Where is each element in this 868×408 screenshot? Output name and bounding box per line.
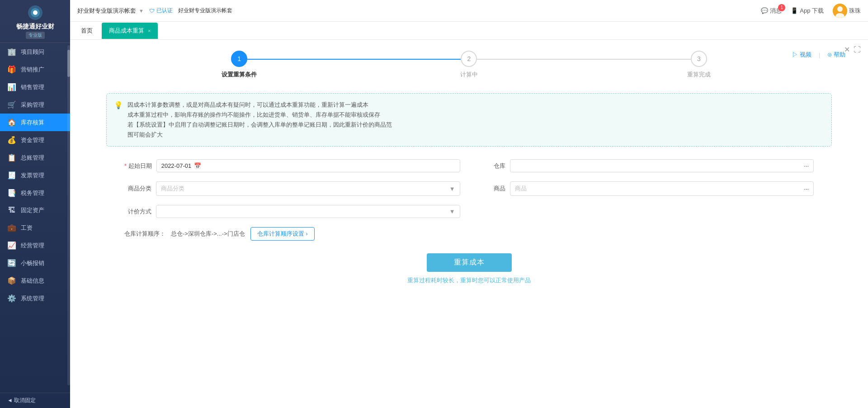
shield-icon: 🛡: [149, 8, 155, 14]
tab-close-icon[interactable]: ×: [148, 28, 151, 33]
price-mode-select[interactable]: ▼: [156, 205, 460, 218]
user-avatar[interactable]: 珠珠: [833, 4, 861, 18]
info-line-1: 因成本计算参数调整，或是对商品成本有疑问时，可以通过成本重算功能，重新计算一遍成…: [127, 100, 392, 110]
steps-container: 1 设置重算条件 2 计算中 3 重算完成: [88, 51, 850, 79]
invoice-icon: 🧾: [7, 171, 16, 180]
info-line-3: 若【系统设置】中启用了自动调整记账日期时，会调整入库单的整单记账日期，因此重新计…: [127, 120, 392, 130]
warehouse-order-row: 仓库计算顺序： 总仓->深圳仓库->...->门店仓 仓库计算顺序设置 ›: [88, 227, 850, 241]
certified-text: 已认证: [156, 7, 173, 14]
base-icon: 📦: [7, 276, 16, 285]
warehouse-input[interactable]: ···: [510, 159, 814, 172]
app-download-button[interactable]: 📱 App 下载: [791, 7, 824, 15]
warehouse-order-value: 总仓->深圳仓库->...->门店仓: [171, 230, 245, 238]
sidebar-item-label: 经营管理: [21, 242, 44, 250]
sidebar-item-operation[interactable]: 📈 经营管理: [0, 237, 70, 254]
step-2: 2 计算中: [354, 51, 584, 79]
form-row-3: 计价方式 ▼: [124, 205, 814, 218]
sidebar-item-salary[interactable]: 💼 工资: [0, 219, 70, 237]
calendar-icon[interactable]: 📅: [194, 162, 201, 169]
salary-icon: 💼: [7, 223, 16, 232]
certified-account: 好业财专业版演示帐套: [178, 7, 232, 14]
sidebar-item-finance[interactable]: 💰 资金管理: [0, 131, 70, 149]
sidebar-item-label: 小畅报销: [21, 259, 44, 267]
goods-label: 商品: [478, 185, 505, 193]
sidebar-item-invoice[interactable]: 🧾 发票管理: [0, 166, 70, 184]
field-goods: 商品 商品 ···: [478, 181, 814, 196]
sidebar-item-label: 工资: [21, 224, 33, 232]
tab-home[interactable]: 首页: [74, 23, 100, 39]
sidebar-item-purchase[interactable]: 🛒 采购管理: [0, 96, 70, 114]
start-date-value: 2022-07-01: [161, 162, 192, 169]
sidebar-item-accounting[interactable]: 📋 总账管理: [0, 149, 70, 166]
fixed-icon: 🏗: [7, 206, 16, 214]
expand-window-icon[interactable]: ⛶: [854, 46, 861, 54]
sidebar-item-sales[interactable]: 📊 销售管理: [0, 78, 70, 96]
start-date-input[interactable]: 2022-07-01 📅: [156, 159, 460, 172]
sales-icon: 📊: [7, 83, 16, 91]
sidebar: 畅捷通好业财 专业版 🏢 项目顾问 🎁 营销推广 📊 销售管理 🛒 采购管理 🏠…: [0, 0, 70, 408]
warehouse-order-settings-btn[interactable]: 仓库计算顺序设置 ›: [250, 227, 315, 241]
topbar: 好业财专业版演示帐套 ▼ 🛡 已认证 好业财专业版演示帐套 💬 消息 1 📱 A…: [70, 0, 868, 22]
step-1-circle: 1: [231, 51, 247, 67]
user-name: 珠珠: [849, 7, 861, 15]
account-dropdown-icon: ▼: [139, 8, 144, 14]
topbar-actions: 💬 消息 1 📱 App 下载 珠珠: [761, 4, 861, 18]
sidebar-item-project[interactable]: 🏢 项目顾问: [0, 43, 70, 61]
purchase-icon: 🛒: [7, 100, 16, 109]
step-2-label: 计算中: [460, 71, 478, 79]
message-button[interactable]: 💬 消息 1: [761, 7, 782, 15]
sidebar-item-label: 销售管理: [21, 83, 44, 91]
sidebar-item-label: 固定资产: [21, 206, 44, 214]
field-start-date: 起始日期 2022-07-01 📅: [124, 159, 460, 172]
project-icon: 🏢: [7, 47, 16, 56]
field-warehouse: 仓库 ···: [478, 159, 814, 172]
sidebar-item-base[interactable]: 📦 基础信息: [0, 272, 70, 289]
sidebar-item-inventory[interactable]: 🏠 库存核算: [0, 114, 70, 131]
accounting-icon: 📋: [7, 153, 16, 162]
sidebar-item-label: 库存核算: [21, 119, 44, 127]
sidebar-item-marketing[interactable]: 🎁 营销推广: [0, 61, 70, 78]
sidebar-item-label: 系统管理: [21, 294, 44, 303]
marketing-icon: 🎁: [7, 65, 16, 74]
account-selector[interactable]: 好业财专业版演示帐套 ▼: [77, 7, 144, 15]
sidebar-item-label: 发票管理: [21, 171, 44, 180]
sidebar-item-system[interactable]: ⚙️ 系统管理: [0, 289, 70, 307]
form-row-1: 起始日期 2022-07-01 📅 仓库 ···: [124, 159, 814, 172]
recalc-hint: 重算过程耗时较长，重算时您可以正常使用产品: [407, 276, 531, 285]
finance-icon: 💰: [7, 136, 16, 144]
price-mode-dropdown-icon: ▼: [449, 208, 455, 215]
sidebar-item-tax[interactable]: 📑 税务管理: [0, 184, 70, 202]
warehouse-order-label: 仓库计算顺序：: [124, 230, 165, 238]
step-3-label: 重算完成: [687, 71, 711, 79]
message-icon: 💬: [761, 7, 768, 14]
avatar-image: [833, 4, 847, 18]
info-line-2: 成本重算过程中，影响库存账的操作均不能操作，比如进货单、销货单、库存单据不能审核…: [127, 110, 392, 120]
main-area: 好业财专业版演示帐套 ▼ 🛡 已认证 好业财专业版演示帐套 💬 消息 1 📱 A…: [70, 0, 868, 408]
recalc-button[interactable]: 重算成本: [427, 253, 512, 272]
field-category: 商品分类 商品分类 ▼: [124, 181, 460, 196]
tab-cost-recalc[interactable]: 商品成本重算 ×: [102, 23, 158, 39]
app-label: App 下载: [800, 7, 824, 15]
sidebar-logo: 畅捷通好业财 专业版: [0, 0, 70, 43]
operation-icon: 📈: [7, 241, 16, 250]
category-placeholder: 商品分类: [161, 185, 184, 193]
start-date-label: 起始日期: [124, 162, 152, 170]
step-3-circle: 3: [691, 51, 707, 67]
certified-badge: 🛡 已认证: [149, 7, 173, 14]
system-icon: ⚙️: [7, 294, 16, 303]
content-area: ✕ ⛶ ▷ 视频 | ⊙ 帮助 1 设置重算条件 2 计算中 3 重算完成: [70, 40, 868, 408]
field-price-mode: 计价方式 ▼: [124, 205, 460, 218]
sidebar-item-fixed[interactable]: 🏗 固定资产: [0, 202, 70, 219]
category-dropdown-icon: ▼: [449, 185, 455, 192]
sidebar-collapse-btn[interactable]: ◄ 取消固定: [0, 393, 70, 408]
sidebar-item-expense[interactable]: 🔄 小畅报销: [0, 254, 70, 272]
category-label: 商品分类: [124, 185, 151, 193]
category-select[interactable]: 商品分类 ▼: [156, 181, 460, 196]
warehouse-label: 仓库: [478, 162, 505, 170]
goods-input[interactable]: 商品 ···: [510, 181, 814, 196]
recalc-section: 重算成本 重算过程耗时较长，重算时您可以正常使用产品: [88, 253, 850, 285]
sidebar-logo-badge: 专业版: [26, 32, 45, 39]
warehouse-dots-icon: ···: [804, 162, 809, 169]
price-mode-label: 计价方式: [124, 208, 151, 216]
expense-icon: 🔄: [7, 259, 16, 267]
